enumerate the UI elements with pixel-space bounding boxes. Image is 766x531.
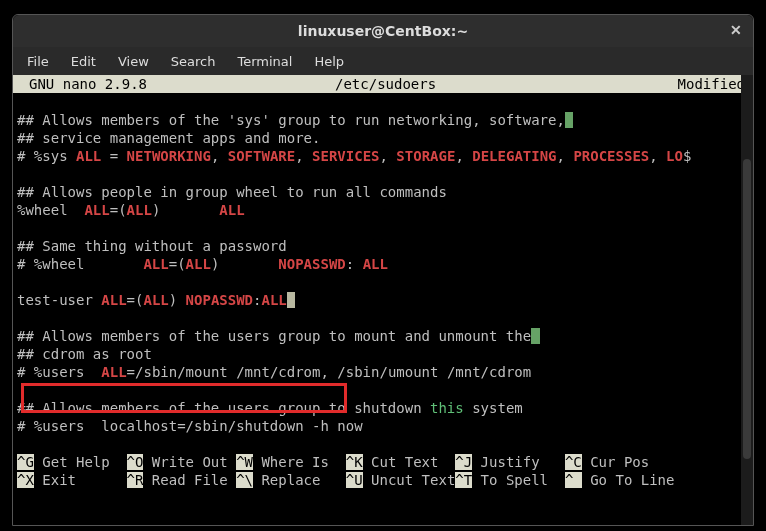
scrollbar-track[interactable] — [741, 75, 753, 525]
key-to-spell[interactable]: ^T — [455, 472, 472, 488]
nano-filename: /etc/sudoers — [335, 75, 641, 93]
menu-file[interactable]: File — [17, 50, 59, 73]
key-cur-pos[interactable]: ^C — [565, 454, 582, 470]
menu-edit[interactable]: Edit — [61, 50, 106, 73]
nano-status-bar: GNU nano 2.9.8 /etc/sudoers Modified — [13, 75, 753, 93]
key-goto-line[interactable]: ^_ — [565, 472, 582, 488]
close-icon[interactable]: ✕ — [727, 21, 745, 39]
key-where-is[interactable]: ^W — [236, 454, 253, 470]
key-replace[interactable]: ^\ — [236, 472, 253, 488]
menu-view[interactable]: View — [108, 50, 159, 73]
nano-version: GNU nano 2.9.8 — [15, 75, 335, 93]
key-get-help[interactable]: ^G — [17, 454, 34, 470]
menu-bar: File Edit View Search Terminal Help — [13, 47, 753, 75]
nano-modified: Modified — [641, 75, 751, 93]
terminal-window: linuxuser@CentBox:~ ✕ File Edit View Sea… — [12, 14, 754, 526]
window-title: linuxuser@CentBox:~ — [21, 23, 745, 39]
menu-terminal[interactable]: Terminal — [227, 50, 302, 73]
menu-search[interactable]: Search — [161, 50, 226, 73]
key-uncut-text[interactable]: ^U — [346, 472, 363, 488]
key-cut-text[interactable]: ^K — [346, 454, 363, 470]
menu-help[interactable]: Help — [304, 50, 354, 73]
cursor-marker-icon — [565, 112, 573, 128]
nano-shortcuts: ^G Get Help ^O Write Out ^W Where Is ^K … — [13, 453, 753, 489]
key-exit[interactable]: ^X — [17, 472, 34, 488]
key-read-file[interactable]: ^R — [127, 472, 144, 488]
key-justify[interactable]: ^J — [455, 454, 472, 470]
title-bar[interactable]: linuxuser@CentBox:~ ✕ — [13, 15, 753, 47]
cursor-icon — [287, 292, 295, 308]
scrollbar-thumb[interactable] — [743, 159, 751, 459]
cursor-marker-icon — [531, 328, 539, 344]
editor-content[interactable]: ## Allows members of the 'sys' group to … — [13, 93, 753, 453]
key-write-out[interactable]: ^O — [127, 454, 144, 470]
terminal-body[interactable]: GNU nano 2.9.8 /etc/sudoers Modified ## … — [13, 75, 753, 525]
